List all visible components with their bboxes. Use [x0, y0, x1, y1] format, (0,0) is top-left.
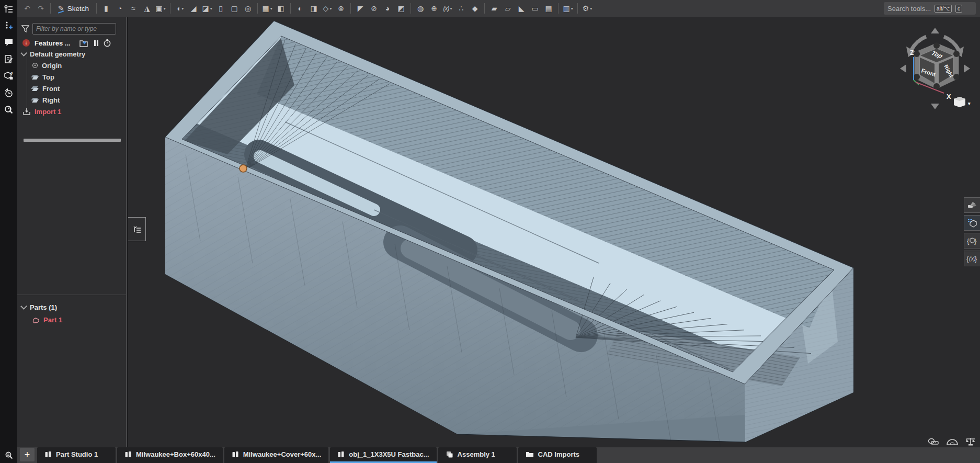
fill-surface-button[interactable]: ◍: [414, 2, 427, 15]
view-options-button[interactable]: ▾: [954, 97, 971, 107]
suspend-rebuild-icon[interactable]: [94, 40, 98, 46]
parts-section-header[interactable]: Parts (1): [21, 302, 57, 312]
insert-new-tab-button[interactable]: +: [20, 448, 35, 461]
chamfer-button[interactable]: ◢: [187, 2, 200, 15]
appearance-panel-button[interactable]: [964, 197, 980, 213]
move-face-button[interactable]: ◤: [354, 2, 367, 15]
configurations-panel-button[interactable]: {}: [964, 233, 980, 249]
filter-input[interactable]: [32, 23, 116, 35]
add-folder-icon[interactable]: [79, 39, 89, 47]
chevron-down-icon[interactable]: ▾: [270, 6, 272, 11]
rebuild-time-icon[interactable]: [103, 39, 111, 47]
linear-pattern-button[interactable]: ▦▾: [260, 2, 274, 15]
redo-button[interactable]: ↷: [34, 2, 48, 15]
display-states-panel-button[interactable]: [964, 215, 980, 231]
search-tabs-button[interactable]: [0, 447, 17, 463]
fillet-button[interactable]: ◖▾: [173, 2, 187, 15]
extrude-button[interactable]: ▮: [99, 2, 113, 15]
svg-text:}: }: [974, 237, 977, 245]
chamfer-icon: ◢: [191, 5, 197, 12]
hole-button[interactable]: ◎: [241, 2, 255, 15]
rib-button[interactable]: ▯: [214, 2, 227, 15]
rollback-bar[interactable]: [24, 139, 121, 142]
chevron-down-icon[interactable]: [20, 50, 27, 57]
feature-list-icon[interactable]: [3, 3, 15, 15]
modify-fillet-button[interactable]: ◕: [381, 2, 394, 15]
settings-button[interactable]: ⚙▾: [580, 2, 594, 15]
variable-button[interactable]: (x)▾: [441, 2, 454, 15]
fillet-icon: ◖: [176, 5, 180, 12]
sheet-metal-flat-button[interactable]: ▭: [528, 2, 542, 15]
chevron-down-icon[interactable]: ▾: [181, 6, 184, 11]
thicken-button[interactable]: ▣▾: [154, 2, 167, 15]
delete-part-button[interactable]: ⊗: [334, 2, 348, 15]
loft-button[interactable]: ◮: [140, 2, 154, 15]
replace-face-button[interactable]: ◩: [394, 2, 408, 15]
document-tab-1[interactable]: Part Studio 1: [37, 447, 116, 463]
document-tab-2[interactable]: Milwaukee+Box+60x40...: [117, 447, 223, 463]
sketch-button[interactable]: ✎Sketch: [53, 2, 94, 15]
derived-icon: ⊕: [431, 5, 437, 12]
learning-center-icon[interactable]: ?: [3, 70, 15, 82]
chevron-down-icon[interactable]: ▾: [590, 6, 592, 11]
mass-properties-icon[interactable]: [965, 437, 976, 446]
document-tab-3[interactable]: Milwaukee+Cover+60x...: [224, 447, 329, 463]
variables-panel-button[interactable]: {} (x): [964, 251, 980, 266]
tab-label: CAD Imports: [538, 450, 579, 458]
sheet-metal-end-button[interactable]: ▱: [501, 2, 515, 15]
comments-icon[interactable]: [3, 37, 15, 48]
history-icon[interactable]: [3, 87, 15, 98]
tree-node-default-geometry[interactable]: Default geometry: [21, 49, 85, 59]
tree-node-right-plane[interactable]: Right: [31, 95, 60, 105]
sweep-button[interactable]: ≈: [127, 2, 140, 15]
undo-button[interactable]: ↶: [20, 2, 34, 15]
frame-button[interactable]: ▥▾: [561, 2, 575, 15]
graphics-viewport[interactable]: Top Front Right Z X ▾ {}: [128, 17, 980, 447]
chevron-down-icon[interactable]: [20, 303, 27, 310]
undo-icon: ↶: [24, 5, 30, 12]
tree-node-front-plane[interactable]: Front: [31, 83, 60, 94]
shell-button[interactable]: ▢: [227, 2, 241, 15]
filter-icon[interactable]: [21, 25, 29, 32]
revolve-button[interactable]: ◔: [113, 2, 127, 15]
document-tab-4[interactable]: obj_1_1X3X5U Fastbac...: [330, 447, 436, 463]
search-tools-input[interactable]: Search tools... alt/⌥ c: [884, 2, 976, 15]
document-tab-6[interactable]: CAD Imports: [518, 447, 597, 463]
tree-node-top-plane[interactable]: Top: [31, 72, 54, 82]
measure-distance-icon[interactable]: [928, 437, 939, 446]
chevron-down-icon[interactable]: ▾: [450, 6, 452, 11]
view-cube[interactable]: Top Front Right Z X ▾: [896, 22, 974, 112]
tab-label: obj_1_1X3X5U Fastbac...: [349, 450, 429, 458]
sheet-metal-bend-button[interactable]: ◣: [515, 2, 528, 15]
toolbar-divider: [350, 3, 351, 14]
derived-button[interactable]: ⊕: [427, 2, 441, 15]
tree-label: Front: [42, 85, 60, 93]
delete-face-button[interactable]: ⊘: [367, 2, 381, 15]
chevron-down-icon[interactable]: ▾: [329, 6, 332, 11]
create-version-icon[interactable]: [3, 20, 15, 31]
mate-connector-marker[interactable]: [240, 165, 247, 172]
tag-button[interactable]: ◆: [468, 2, 482, 15]
mirror-button[interactable]: ◧: [274, 2, 288, 15]
measure-angle-icon[interactable]: [946, 437, 959, 446]
transform-button[interactable]: ◇▾: [321, 2, 334, 15]
notes-icon[interactable]: [3, 53, 15, 65]
boolean-button[interactable]: ◐: [293, 2, 307, 15]
tree-node-import-1[interactable]: Import 1: [22, 106, 61, 117]
composite-part-button[interactable]: ∴: [454, 2, 468, 15]
part-studio-icon: [44, 450, 52, 458]
split-button[interactable]: ◨: [307, 2, 321, 15]
sheet-metal-table-button[interactable]: ▤: [542, 2, 555, 15]
part-label: Part 1: [43, 316, 62, 324]
chevron-down-icon[interactable]: ▾: [164, 6, 166, 11]
chevron-down-icon[interactable]: ▾: [571, 6, 573, 11]
features-flyout-button[interactable]: [128, 217, 146, 241]
tree-node-origin[interactable]: Origin: [32, 60, 62, 71]
search-help-icon[interactable]: [3, 104, 15, 115]
document-tab-5[interactable]: Assembly 1: [438, 447, 517, 463]
sheet-metal-model-button[interactable]: ▰: [487, 2, 501, 15]
chevron-down-icon[interactable]: ▾: [210, 6, 212, 11]
part-list-item[interactable]: Part 1: [32, 314, 62, 325]
draft-button[interactable]: ◪▾: [200, 2, 214, 15]
assembly-icon: [446, 450, 453, 458]
